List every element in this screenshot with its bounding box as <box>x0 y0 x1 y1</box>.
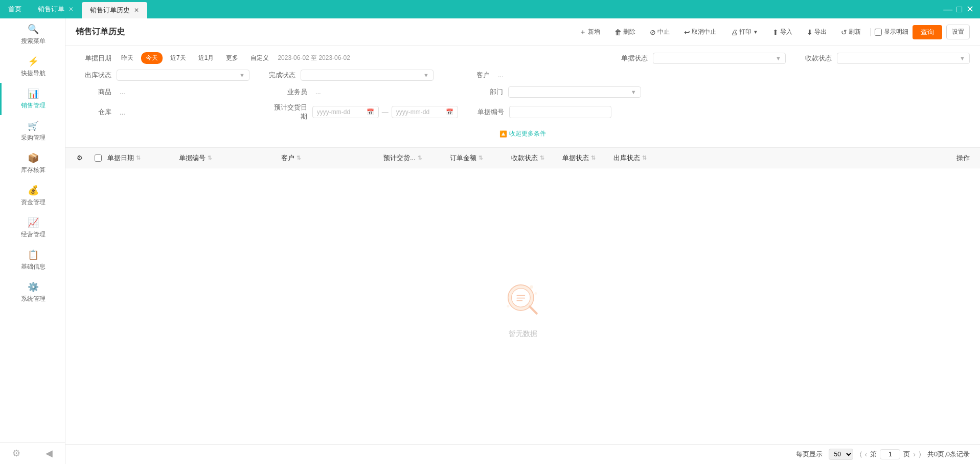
settings-icon[interactable]: ⚙ <box>77 154 83 162</box>
complete-status-select[interactable]: ▼ <box>301 70 434 81</box>
sidebar-item-operations[interactable]: 📈 经营管理 <box>0 212 65 244</box>
warehouse-dots[interactable]: ... <box>117 106 128 118</box>
col-order-status-header[interactable]: 单据状态 ⇅ <box>562 153 613 163</box>
import-button[interactable]: ⬆ 导入 <box>767 26 797 38</box>
query-button[interactable]: 查询 <box>913 25 942 39</box>
content-area: 销售订单历史 ＋ 新增 🗑 删除 ⊘ 中止 ↩ 取消中止 <box>65 18 980 464</box>
delivery-date-start[interactable]: yyyy-mm-dd 📅 <box>312 106 379 118</box>
date-tag-yesterday[interactable]: 昨天 <box>117 52 138 64</box>
settings-button[interactable]: 设置 <box>946 25 970 39</box>
delivery-date-end[interactable]: yyyy-mm-dd 📅 <box>392 106 458 118</box>
col-customer-header[interactable]: 客户 ⇅ <box>281 153 383 163</box>
sidebar-item-sales[interactable]: 📊 销售管理 <box>0 83 65 115</box>
tab-sales-order-history[interactable]: 销售订单历史 ✕ <box>82 2 147 18</box>
page-number-input[interactable] <box>880 449 900 459</box>
salesman-dots[interactable]: ... <box>312 86 324 98</box>
sidebar-item-quick-nav[interactable]: ⚡ 快捷导航 <box>0 51 65 83</box>
sidebar-item-capital[interactable]: 💰 资金管理 <box>0 180 65 212</box>
cancel-stop-button[interactable]: ↩ 取消中止 <box>679 26 721 38</box>
pagination: ⟨ ‹ 第 页 › ⟩ <box>859 449 921 459</box>
customer-sort-icon[interactable]: ⇅ <box>297 154 301 161</box>
operations-icon: 📈 <box>28 217 39 228</box>
col-payment-header[interactable]: 收款状态 ⇅ <box>511 153 562 163</box>
order-status-select[interactable]: ▼ <box>653 53 786 64</box>
payment-status-select[interactable]: ▼ <box>837 53 970 64</box>
complete-label: 完成状态 <box>260 71 301 80</box>
minimize-icon[interactable]: — <box>943 4 952 15</box>
collapse-sidebar-icon[interactable]: ◀ <box>45 448 53 459</box>
sidebar-item-inventory[interactable]: 📦 库存核算 <box>0 147 65 180</box>
col-checkbox-header[interactable] <box>89 154 107 162</box>
delete-button[interactable]: 🗑 删除 <box>609 26 641 38</box>
date-tag-custom[interactable]: 自定义 <box>246 52 274 64</box>
col-order-no-header[interactable]: 单据编号 ⇅ <box>179 153 281 163</box>
payment-sort-icon[interactable]: ⇅ <box>540 154 544 161</box>
date-tag-1month[interactable]: 近1月 <box>194 52 219 64</box>
empty-state: 暂无数据 <box>65 168 980 444</box>
show-detail-label[interactable]: 显示明细 <box>875 28 908 36</box>
product-dots[interactable]: ... <box>117 86 128 98</box>
sidebar-item-search-menu[interactable]: 🔍 搜索菜单 <box>0 18 65 51</box>
tab-home[interactable]: 首页 <box>0 0 30 18</box>
next-page-icon[interactable]: › <box>913 450 916 458</box>
quick-nav-icon: ⚡ <box>28 56 39 67</box>
page-size-select[interactable]: 50 <box>829 449 853 460</box>
date-tag-7days[interactable]: 近7天 <box>166 52 191 64</box>
table-section: ⚙ 单据日期 ⇅ 单据编号 ⇅ 客户 ⇅ 预计交货... <box>65 148 980 444</box>
prev-page-icon[interactable]: ‹ <box>865 450 868 458</box>
dept-select[interactable]: ▼ <box>508 86 641 98</box>
stock-status-select[interactable]: ▼ <box>117 70 249 81</box>
col-delivery-header[interactable]: 预计交货... ⇅ <box>383 153 450 163</box>
date-tag-more[interactable]: 更多 <box>221 52 243 64</box>
calendar-end-icon[interactable]: 📅 <box>446 108 453 116</box>
amount-sort-icon[interactable]: ⇅ <box>478 154 483 161</box>
page-size-label: 每页显示 <box>796 450 823 459</box>
page-header: 销售订单历史 ＋ 新增 🗑 删除 ⊘ 中止 ↩ 取消中止 <box>65 18 980 46</box>
date-tag-today[interactable]: 今天 <box>141 52 163 64</box>
stock-sort-icon[interactable]: ⇅ <box>642 154 647 161</box>
refresh-button[interactable]: ↺ 刷新 <box>836 26 866 38</box>
col-stock-header[interactable]: 出库状态 ⇅ <box>613 153 665 163</box>
order-status-sort-icon[interactable]: ⇅ <box>591 154 596 161</box>
import-icon: ⬆ <box>772 28 779 36</box>
first-page-icon[interactable]: ⟨ <box>859 450 862 458</box>
maximize-icon[interactable]: □ <box>956 4 962 15</box>
collapse-up-icon: 🔼 <box>499 130 507 138</box>
collapse-row[interactable]: 🔼 收起更多条件 <box>76 126 970 141</box>
tab-sales-order[interactable]: 销售订单 ✕ <box>30 0 82 18</box>
cancel-stop-icon: ↩ <box>684 28 690 36</box>
window-controls: — □ ✕ <box>943 4 980 15</box>
delivery-sort-icon[interactable]: ⇅ <box>418 154 422 161</box>
close-tab-sales-order[interactable]: ✕ <box>69 6 74 13</box>
new-button[interactable]: ＋ 新增 <box>574 26 605 39</box>
date-control: 昨天 今天 近7天 近1月 更多 自定义 2023-06-02 至 2023-0… <box>117 52 612 64</box>
sidebar-item-basic-info[interactable]: 📋 基础信息 <box>0 244 65 276</box>
print-button[interactable]: 🖨 打印 ▼ <box>725 26 763 38</box>
delivery-date-label: 预计交货日期 <box>271 103 312 121</box>
sidebar-item-purchase[interactable]: 🛒 采购管理 <box>0 115 65 147</box>
export-button[interactable]: ⬇ 导出 <box>802 26 832 38</box>
select-all-checkbox[interactable] <box>95 154 102 162</box>
customer-dots[interactable]: ... <box>495 69 507 81</box>
col-date-header[interactable]: 单据日期 ⇅ <box>107 153 179 163</box>
last-page-icon[interactable]: ⟩ <box>919 450 921 458</box>
show-detail-checkbox[interactable] <box>875 29 882 36</box>
sidebar-item-system[interactable]: ⚙️ 系统管理 <box>0 276 65 308</box>
delete-icon: 🗑 <box>614 28 622 36</box>
col-amount-header[interactable]: 订单金额 ⇅ <box>450 153 511 163</box>
search-menu-icon: 🔍 <box>28 24 39 35</box>
basic-info-icon: 📋 <box>28 249 39 260</box>
col-settings[interactable]: ⚙ <box>71 154 89 162</box>
date-sort-icon[interactable]: ⇅ <box>136 154 141 161</box>
print-icon: 🖨 <box>731 28 738 36</box>
stop-button[interactable]: ⊘ 中止 <box>645 26 675 38</box>
svg-point-7 <box>534 292 537 295</box>
order-no-sort-icon[interactable]: ⇅ <box>208 154 212 161</box>
settings-bottom-icon[interactable]: ⚙ <box>12 448 20 459</box>
window-close-icon[interactable]: ✕ <box>966 4 974 15</box>
order-no-input[interactable] <box>509 106 611 118</box>
inventory-icon: 📦 <box>28 152 39 164</box>
close-tab-history[interactable]: ✕ <box>134 7 139 14</box>
calendar-start-icon[interactable]: 📅 <box>367 108 374 116</box>
stock-arrow: ▼ <box>239 72 245 78</box>
